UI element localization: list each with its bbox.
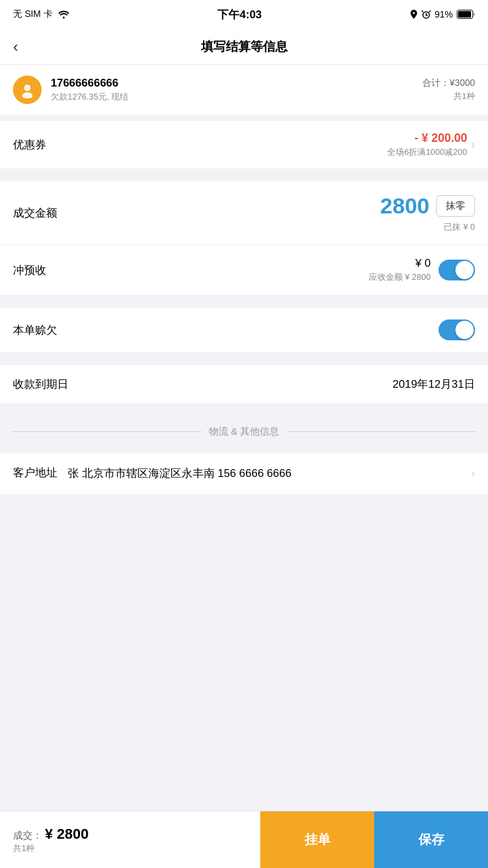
total-label: 合计：¥3000 <box>422 77 475 89</box>
toggle-knob <box>455 261 474 279</box>
divider-line-left <box>13 431 201 432</box>
trans-amount-value: 2800 <box>380 193 429 219</box>
battery-icon <box>457 10 475 19</box>
debt-section: 本单赊欠 <box>0 308 488 352</box>
trans-amount-label: 成交金额 <box>13 206 57 221</box>
total-count: 共1种 <box>422 90 475 102</box>
no-sim-label: 无 SIM 卡 <box>13 8 53 20</box>
address-value: 张 北京市市辖区海淀区永丰南 156 6666 6666 <box>68 465 471 482</box>
debt-toggle[interactable] <box>439 319 475 340</box>
divider-line-right <box>287 431 475 432</box>
logistics-divider-text: 物流 & 其他信息 <box>201 426 287 438</box>
address-row[interactable]: 客户地址 张 北京市市辖区海淀区永丰南 156 6666 6666 › <box>0 454 488 494</box>
page-title: 填写结算等信息 <box>201 38 288 55</box>
pre-collect-sub: 应收金额 ¥ 2800 <box>369 271 431 283</box>
debt-label: 本单赊欠 <box>13 323 57 338</box>
bottom-summary: 成交： ¥ 2800 共1种 <box>0 826 260 854</box>
bottom-deal-amount: ¥ 2800 <box>45 826 88 843</box>
bottom-count: 共1种 <box>13 843 247 854</box>
pre-collect-row: 冲预收 ¥ 0 应收金额 ¥ 2800 <box>0 245 488 295</box>
coupon-desc: 全场6折满1000减200 <box>387 146 467 158</box>
coupon-chevron-icon: › <box>471 138 475 152</box>
separator-4 <box>0 410 488 416</box>
status-left: 无 SIM 卡 <box>13 8 70 20</box>
coupon-label: 优惠券 <box>13 137 46 152</box>
trans-amount-sub: 已抹 ¥ 0 <box>380 221 475 233</box>
wifi-icon <box>58 10 70 19</box>
amount-section: 成交金额 2800 抹零 已抹 ¥ 0 冲预收 ¥ 0 应收金额 ¥ 2800 <box>0 182 488 295</box>
address-chevron-icon: › <box>471 467 475 480</box>
customer-row: 17666666666 欠款1276.35元, 现结 合计：¥3000 共1种 <box>0 65 488 115</box>
battery-percent: 91% <box>435 9 453 20</box>
svg-point-5 <box>24 85 31 91</box>
svg-point-6 <box>22 92 33 98</box>
back-button[interactable]: ‹ <box>13 38 18 56</box>
customer-sub-info: 欠款1276.35元, 现结 <box>51 91 128 103</box>
status-bar: 无 SIM 卡 下午4:03 91% <box>0 0 488 29</box>
coupon-discount: - ¥ 200.00 <box>414 131 467 145</box>
bottom-bar: 成交： ¥ 2800 共1种 挂单 保存 <box>0 811 488 868</box>
customer-phone: 17666666666 <box>51 77 128 90</box>
pre-collect-amount: ¥ 0 <box>369 257 431 270</box>
location-icon <box>410 10 418 19</box>
due-date-row: 收款到期日 2019年12月31日 <box>0 365 488 403</box>
pre-collect-label: 冲预收 <box>13 263 46 278</box>
svg-rect-4 <box>458 11 471 18</box>
separator-3 <box>0 359 488 365</box>
separator-1 <box>0 175 488 182</box>
due-date-label: 收款到期日 <box>13 377 68 392</box>
status-time: 下午4:03 <box>217 7 262 22</box>
address-label: 客户地址 <box>13 465 57 480</box>
nav-bar: ‹ 填写结算等信息 <box>0 29 488 65</box>
logistics-divider: 物流 & 其他信息 <box>0 416 488 447</box>
pre-collect-toggle[interactable] <box>439 260 475 280</box>
debt-toggle-knob <box>455 321 474 339</box>
coupon-row[interactable]: 优惠券 - ¥ 200.00 全场6折满1000减200 › <box>0 121 488 169</box>
bottom-buttons: 挂单 保存 <box>260 811 488 868</box>
trans-amount-row: 成交金额 2800 抹零 已抹 ¥ 0 <box>0 182 488 245</box>
bottom-deal-label: 成交： <box>13 830 42 842</box>
alarm-icon <box>422 10 431 19</box>
hold-button[interactable]: 挂单 <box>260 811 374 868</box>
separator-2 <box>0 301 488 308</box>
avatar <box>13 75 42 104</box>
address-section: 客户地址 张 北京市市辖区海淀区永丰南 156 6666 6666 › <box>0 454 488 494</box>
bottom-spacer <box>0 500 488 591</box>
save-button[interactable]: 保存 <box>374 811 488 868</box>
round-button[interactable]: 抹零 <box>436 195 475 217</box>
date-section: 收款到期日 2019年12月31日 <box>0 365 488 403</box>
status-right: 91% <box>410 9 475 20</box>
content-area: 17666666666 欠款1276.35元, 现结 合计：¥3000 共1种 … <box>0 65 488 657</box>
due-date-value: 2019年12月31日 <box>392 377 475 392</box>
debt-row: 本单赊欠 <box>0 308 488 352</box>
separator-5 <box>0 447 488 454</box>
